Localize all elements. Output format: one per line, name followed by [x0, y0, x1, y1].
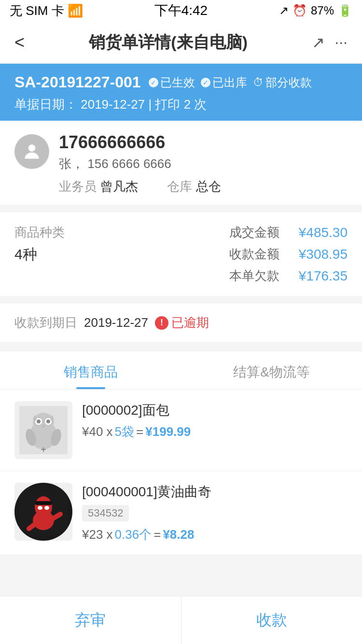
svg-rect-17 [35, 501, 52, 505]
battery-percent: 87% [311, 4, 334, 17]
order-status-tags: ✓ 已生效 ✓ 已出库 ⏱ 部分收款 [149, 75, 312, 90]
more-icon[interactable]: ··· [334, 33, 348, 51]
summary-section: 商品种类 4种 成交金额 ¥485.30 收款金额 ¥308.95 本单欠款 ¥… [0, 212, 362, 296]
summary-right: 成交金额 ¥485.30 收款金额 ¥308.95 本单欠款 ¥176.35 [229, 224, 348, 284]
nav-actions: ↗︎ ··· [312, 33, 348, 52]
customer-phone-value: 156 6666 6666 [87, 156, 171, 171]
product-price-row-2: ¥23 x 0.36个 = ¥8.28 [82, 526, 348, 543]
product-qty-2: 0.36个 [115, 526, 152, 543]
product-total-1: ¥199.99 [145, 424, 191, 439]
order-id: SA-20191227-001 [14, 73, 141, 91]
summary-left: 商品种类 4种 [14, 224, 65, 265]
back-button[interactable]: < [14, 32, 25, 53]
svg-point-6 [37, 420, 41, 423]
status-shipped-label: 已出库 [212, 75, 247, 90]
tab-products[interactable]: 销售商品 [0, 351, 181, 389]
product-name-2: [000400001]黄油曲奇 [82, 483, 348, 501]
ninja-thumbnail [14, 483, 72, 541]
status-bar: 无 SIM 卡 📶 下午4:42 ↗ ⏰ 87% 🔋 [0, 0, 362, 21]
collect-payment-button[interactable]: 收款 [181, 596, 362, 644]
battery-icon: 🔋 [338, 4, 352, 17]
banner-date-label: 单据日期： [14, 97, 77, 112]
svg-point-18 [38, 506, 42, 510]
amount-label-1: 成交金额 [229, 224, 279, 241]
status-tag-partial: ⏱ 部分收款 [253, 75, 312, 90]
warehouse-label: 仓库 [167, 178, 192, 195]
share-icon[interactable]: ↗︎ [312, 33, 325, 52]
svg-point-7 [46, 420, 50, 423]
amount-row-2: 收款金额 ¥308.95 [229, 246, 348, 263]
banner-date-value: 2019-12-27 [81, 97, 145, 112]
overdue-text: 已逾期 [171, 314, 209, 331]
product-thumbnail-2 [14, 483, 72, 541]
due-date-section: 收款到期日 2019-12-27 ! 已逾期 [0, 304, 362, 342]
product-unit-price-1: ¥40 x [82, 424, 113, 439]
customer-section: 17666666666 张， 156 6666 6666 业务员 曾凡杰 仓库 … [0, 121, 362, 205]
ninja-icon [19, 488, 68, 536]
product-qty-1: 5袋 [115, 423, 134, 440]
overdue-dot-icon: ! [155, 316, 168, 330]
status-partial-label: 部分收款 [265, 75, 312, 90]
customer-name: 张， [59, 156, 84, 171]
overdue-badge: ! 已逾期 [155, 314, 209, 331]
customer-id: 17666666666 [59, 132, 348, 153]
avatar [14, 134, 49, 169]
product-type-label: 商品种类 [14, 224, 65, 241]
product-sku-badge-2: 534532 [82, 505, 129, 521]
status-time: 下午4:42 [154, 1, 208, 20]
product-item: + [0000002]面包 ¥40 x 5袋 = ¥199.99 [0, 390, 362, 471]
svg-point-19 [44, 506, 49, 510]
check-icon-1: ✓ [149, 78, 158, 87]
product-type-value: 4种 [14, 245, 65, 265]
svg-text:+: + [41, 445, 46, 454]
customer-meta: 业务员 曾凡杰 仓库 总仓 [59, 178, 348, 195]
reject-button[interactable]: 弃审 [0, 596, 181, 644]
location-icon: ↗ [279, 4, 289, 17]
tab-settlement-label: 结算&物流等 [233, 364, 310, 379]
product-name-1: [0000002]面包 [82, 401, 348, 420]
reject-label: 弃审 [75, 610, 106, 631]
product-total-2: ¥8.28 [163, 527, 194, 542]
status-battery: ↗ ⏰ 87% 🔋 [279, 4, 352, 17]
product-info-2: [000400001]黄油曲奇 534532 ¥23 x 0.36个 = ¥8.… [82, 483, 348, 543]
tab-settlement[interactable]: 结算&物流等 [181, 351, 362, 389]
tab-products-label: 销售商品 [64, 364, 118, 379]
salesperson-value: 曾凡杰 [100, 178, 138, 195]
svg-point-0 [28, 144, 36, 152]
amount-value-3: ¥176.35 [299, 268, 348, 284]
amount-row-3: 本单欠款 ¥176.35 [229, 267, 348, 284]
status-tag-activated: ✓ 已生效 [149, 75, 195, 90]
amount-label-2: 收款金额 [229, 246, 279, 263]
status-network: 无 SIM 卡 📶 [10, 2, 83, 19]
salesperson-meta: 业务员 曾凡杰 [59, 178, 138, 195]
amount-row-1: 成交金额 ¥485.30 [229, 224, 348, 241]
check-icon-2: ✓ [201, 78, 210, 87]
warehouse-meta: 仓库 总仓 [167, 178, 221, 195]
banner-date-row: 单据日期： 2019-12-27 | 打印 2 次 [14, 96, 348, 113]
alarm-icon: ⏰ [292, 4, 307, 17]
warehouse-value: 总仓 [196, 178, 221, 195]
product-equals-1: = [136, 424, 143, 439]
product-equals-2: = [153, 527, 161, 542]
product-list: + [0000002]面包 ¥40 x 5袋 = ¥199.99 [0, 390, 362, 555]
owl-icon: + [19, 406, 68, 454]
person-icon [21, 141, 42, 162]
nav-bar: < 销货单详情(来自电脑) ↗︎ ··· [0, 21, 362, 64]
banner-print-label: | 打印 2 次 [148, 97, 207, 112]
tabs-section: 销售商品 结算&物流等 [0, 351, 362, 390]
due-date-label: 收款到期日 [14, 314, 77, 331]
customer-info: 17666666666 张， 156 6666 6666 业务员 曾凡杰 仓库 … [59, 132, 348, 195]
product-price-row-1: ¥40 x 5袋 = ¥199.99 [82, 423, 348, 440]
salesperson-label: 业务员 [59, 178, 97, 195]
amount-label-3: 本单欠款 [229, 267, 279, 284]
product-info-1: [0000002]面包 ¥40 x 5袋 = ¥199.99 [82, 401, 348, 440]
amount-value-2: ¥308.95 [299, 247, 348, 262]
due-date-value: 2019-12-27 [84, 315, 148, 330]
status-tag-shipped: ✓ 已出库 [201, 75, 247, 90]
status-activated-label: 已生效 [160, 75, 195, 90]
customer-name-phone: 张， 156 6666 6666 [59, 155, 348, 172]
order-header-banner: SA-20191227-001 ✓ 已生效 ✓ 已出库 ⏱ 部分收款 单据日期：… [0, 64, 362, 121]
product-item-2: [000400001]黄油曲奇 534532 ¥23 x 0.36个 = ¥8.… [0, 471, 362, 555]
product-unit-price-2: ¥23 x [82, 527, 113, 542]
amount-value-1: ¥485.30 [299, 225, 348, 240]
